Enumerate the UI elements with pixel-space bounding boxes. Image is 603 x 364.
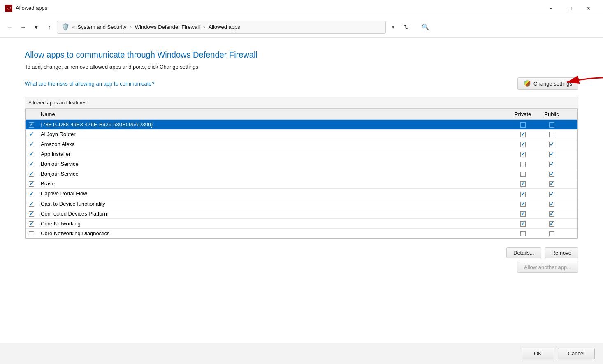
public-checkbox[interactable]: [549, 192, 554, 197]
back-button[interactable]: ←: [4, 21, 16, 33]
table-row[interactable]: {78E1CD88-49E3-476E-B926-580E596AD309}: [26, 120, 577, 130]
breadcrumb-defender-firewall[interactable]: Windows Defender Firewall: [135, 24, 200, 30]
close-button[interactable]: ✕: [579, 0, 598, 16]
app-checkbox[interactable]: [29, 211, 34, 217]
public-checkbox[interactable]: [549, 172, 554, 177]
app-checkbox[interactable]: [29, 202, 34, 207]
app-checkbox[interactable]: [29, 132, 34, 137]
app-private-cell[interactable]: [508, 228, 537, 238]
table-row[interactable]: Core Networking: [26, 218, 577, 228]
app-private-cell[interactable]: [508, 159, 537, 169]
app-public-cell[interactable]: [537, 189, 566, 199]
app-checkbox[interactable]: [29, 181, 34, 187]
app-public-cell[interactable]: [537, 139, 566, 149]
public-checkbox[interactable]: [549, 162, 554, 167]
app-public-cell[interactable]: [537, 199, 566, 209]
private-checkbox[interactable]: [520, 211, 526, 217]
public-checkbox[interactable]: [549, 202, 554, 207]
forward-button[interactable]: →: [17, 21, 29, 33]
private-checkbox[interactable]: [520, 221, 526, 227]
private-checkbox[interactable]: [520, 202, 526, 207]
app-private-cell[interactable]: [508, 149, 537, 159]
public-checkbox[interactable]: [549, 122, 554, 128]
app-private-cell[interactable]: [508, 218, 537, 228]
address-bar-input[interactable]: 🛡️ « System and Security › Windows Defen…: [57, 21, 386, 34]
public-checkbox[interactable]: [549, 211, 554, 217]
private-checkbox[interactable]: [520, 162, 526, 167]
app-checkbox[interactable]: [29, 172, 34, 177]
public-checkbox[interactable]: [549, 221, 554, 227]
risks-link[interactable]: What are the risks of allowing an app to…: [25, 81, 155, 87]
private-checkbox[interactable]: [520, 192, 526, 197]
table-row[interactable]: Brave: [26, 179, 577, 189]
minimize-button[interactable]: −: [541, 0, 560, 16]
private-checkbox[interactable]: [520, 231, 526, 236]
private-checkbox[interactable]: [520, 152, 526, 157]
public-checkbox[interactable]: [549, 132, 554, 137]
search-button[interactable]: 🔍: [419, 21, 432, 34]
public-checkbox[interactable]: [549, 142, 554, 147]
table-row[interactable]: Core Networking Diagnostics: [26, 228, 577, 238]
app-name-cell: Core Networking Diagnostics: [37, 228, 508, 238]
app-public-cell[interactable]: [537, 149, 566, 159]
maximize-button[interactable]: □: [560, 0, 579, 16]
app-private-cell[interactable]: [508, 120, 537, 130]
app-public-cell[interactable]: [537, 120, 566, 130]
app-checkbox[interactable]: [29, 162, 34, 167]
remove-button[interactable]: Remove: [545, 247, 578, 258]
apps-table-body: {78E1CD88-49E3-476E-B926-580E596AD309}Al…: [26, 120, 577, 238]
col-header-scroll: [566, 109, 577, 120]
app-checkbox[interactable]: [29, 221, 34, 227]
app-public-cell[interactable]: [537, 228, 566, 238]
up-button[interactable]: ↑: [44, 21, 55, 33]
app-public-cell[interactable]: [537, 179, 566, 189]
app-public-cell[interactable]: [537, 218, 566, 228]
app-public-cell[interactable]: [537, 159, 566, 169]
table-row[interactable]: Cast to Device functionality: [26, 199, 577, 209]
app-checkbox[interactable]: [29, 152, 34, 157]
private-checkbox[interactable]: [520, 122, 526, 128]
recent-locations-button[interactable]: ▼: [30, 21, 42, 33]
table-row[interactable]: Connected Devices Platform: [26, 209, 577, 218]
public-checkbox[interactable]: [549, 152, 554, 157]
table-row[interactable]: Amazon Alexa: [26, 139, 577, 149]
breadcrumb-allowed-apps[interactable]: Allowed apps: [208, 24, 240, 30]
table-row[interactable]: Bonjour Service: [26, 169, 577, 179]
app-checkbox[interactable]: [29, 192, 34, 197]
app-public-cell[interactable]: [537, 169, 566, 179]
app-name-cell: Cast to Device functionality: [37, 199, 508, 209]
title-bar: 🛡 Allowed apps − □ ✕: [0, 0, 603, 16]
app-private-cell[interactable]: [508, 189, 537, 199]
refresh-button[interactable]: ↻: [401, 21, 412, 33]
private-checkbox[interactable]: [520, 142, 526, 147]
public-checkbox[interactable]: [549, 181, 554, 187]
app-public-cell[interactable]: [537, 209, 566, 218]
table-row[interactable]: Captive Portal Flow: [26, 189, 577, 199]
ok-button[interactable]: OK: [522, 348, 554, 359]
col-header-public: Public: [537, 109, 566, 120]
private-checkbox[interactable]: [520, 172, 526, 177]
table-row[interactable]: App Installer: [26, 149, 577, 159]
app-checkbox[interactable]: [29, 122, 34, 128]
app-name-cell: Connected Devices Platform: [37, 209, 508, 218]
cancel-button[interactable]: Cancel: [558, 348, 595, 359]
details-button[interactable]: Details...: [506, 247, 541, 258]
app-private-cell[interactable]: [508, 139, 537, 149]
app-private-cell[interactable]: [508, 130, 537, 139]
breadcrumb-system-security[interactable]: System and Security: [77, 24, 126, 30]
app-private-cell[interactable]: [508, 169, 537, 179]
app-public-cell[interactable]: [537, 130, 566, 139]
app-private-cell[interactable]: [508, 179, 537, 189]
table-row[interactable]: AllJoyn Router: [26, 130, 577, 139]
allow-another-button[interactable]: Allow another app...: [517, 262, 578, 273]
private-checkbox[interactable]: [520, 181, 526, 187]
app-private-cell[interactable]: [508, 199, 537, 209]
app-checkbox[interactable]: [29, 142, 34, 147]
address-bar: ← → ▼ ↑ 🛡️ « System and Security › Windo…: [0, 16, 603, 38]
app-checkbox[interactable]: [29, 231, 34, 236]
private-checkbox[interactable]: [520, 132, 526, 137]
public-checkbox[interactable]: [549, 231, 554, 236]
table-row[interactable]: Bonjour Service: [26, 159, 577, 169]
app-private-cell[interactable]: [508, 209, 537, 218]
breadcrumb-dropdown-button[interactable]: ▾: [387, 21, 399, 33]
